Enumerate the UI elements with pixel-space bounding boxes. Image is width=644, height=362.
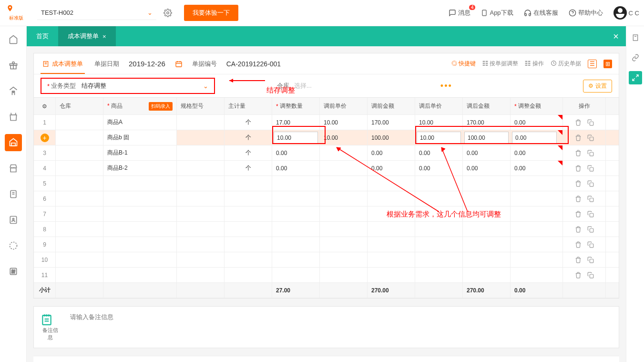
- cell-adj-amt[interactable]: 0.00: [511, 145, 563, 160]
- cell-warehouse[interactable]: [56, 115, 103, 130]
- close-icon[interactable]: ×: [102, 33, 106, 40]
- settings-button[interactable]: ⚙ 设置: [583, 80, 612, 93]
- cell-product[interactable]: 商品b 固: [103, 130, 177, 145]
- remark-input[interactable]: [70, 313, 612, 321]
- calendar-icon[interactable]: [175, 60, 183, 68]
- delete-icon[interactable]: [575, 211, 582, 217]
- table-row[interactable]: 11: [34, 268, 619, 283]
- cell-warehouse[interactable]: [56, 176, 103, 191]
- cell-product[interactable]: [103, 191, 177, 206]
- add-row-icon[interactable]: +: [41, 134, 49, 142]
- cell-warehouse[interactable]: [56, 191, 103, 206]
- gear-icon[interactable]: [164, 9, 172, 17]
- cell-warehouse[interactable]: [56, 268, 103, 282]
- cell-warehouse[interactable]: [56, 161, 103, 176]
- cell-adj-amt[interactable]: [511, 191, 563, 206]
- cell-adj-qty[interactable]: 0.00: [272, 161, 320, 176]
- cell-product[interactable]: [103, 207, 177, 221]
- by-doc-adjust-link[interactable]: ☷ 按单据调整: [482, 60, 518, 68]
- cell-spec[interactable]: [177, 191, 225, 206]
- cell-after-amt[interactable]: [463, 237, 511, 252]
- cell-after-amt[interactable]: [463, 252, 511, 267]
- cell-after-amt[interactable]: 100.00: [463, 130, 511, 145]
- cell-after-amt[interactable]: [463, 268, 511, 282]
- cell-adj-amt[interactable]: 0.00: [511, 115, 563, 130]
- cell-after-amt[interactable]: 170.00: [463, 115, 511, 130]
- cell-adj-qty[interactable]: [272, 268, 320, 282]
- cell-adj-amt[interactable]: [511, 252, 563, 267]
- cell-after-amt[interactable]: [463, 222, 511, 237]
- cell-spec[interactable]: [177, 130, 225, 145]
- cell-adj-qty[interactable]: [272, 176, 320, 191]
- table-row[interactable]: 4商品B-2个0.000.000.000.000.00: [34, 161, 619, 176]
- date-value[interactable]: 2019-12-26: [129, 60, 165, 68]
- cell-product[interactable]: 商品B-1: [103, 145, 177, 160]
- delete-icon[interactable]: [575, 150, 582, 156]
- cell-adj-amt[interactable]: [511, 237, 563, 252]
- delete-icon[interactable]: [575, 180, 582, 187]
- cell-product[interactable]: [103, 237, 177, 252]
- shortcut-link[interactable]: ◎ 快捷键: [451, 60, 476, 68]
- cell-adj-amt[interactable]: 0.00: [511, 130, 563, 145]
- header-gear-icon[interactable]: ⚙: [34, 98, 56, 114]
- table-row[interactable]: +商品b 固个10.0010.00100.0010.00100.000.00: [34, 130, 619, 145]
- business-type-selector[interactable]: * 业务类型 结存调整 ⌄: [41, 78, 215, 94]
- cell-product[interactable]: 商品A: [103, 115, 177, 130]
- cell-adj-qty[interactable]: [272, 222, 320, 237]
- tab-cost-adjust[interactable]: 成本调整单 ×: [58, 26, 116, 46]
- table-row[interactable]: 8: [34, 222, 619, 237]
- table-row[interactable]: 6: [34, 191, 619, 207]
- view-list-icon[interactable]: ☰: [588, 60, 597, 68]
- copy-icon[interactable]: [587, 226, 594, 233]
- nav-warehouse-icon[interactable]: [5, 134, 22, 151]
- table-row[interactable]: 5: [34, 176, 619, 191]
- cell-adj-qty[interactable]: [272, 252, 320, 267]
- table-row[interactable]: 3商品B-1个0.000.000.000.000.00: [34, 145, 619, 161]
- nav-clipboard-icon[interactable]: [5, 186, 22, 203]
- history-link[interactable]: 历史单据: [551, 60, 581, 68]
- cell-adj-amt[interactable]: [511, 207, 563, 221]
- table-row[interactable]: 7: [34, 207, 619, 222]
- nav-user-doc-icon[interactable]: [5, 211, 22, 228]
- table-row[interactable]: 10: [34, 252, 619, 268]
- tabs-close-all-icon[interactable]: ×: [606, 31, 626, 42]
- copy-icon[interactable]: [587, 241, 594, 248]
- nav-upload-icon[interactable]: [5, 83, 22, 100]
- cell-after-price[interactable]: [415, 252, 463, 267]
- cell-adj-amt[interactable]: 0.00: [511, 161, 563, 176]
- rail-link-icon[interactable]: [629, 51, 642, 64]
- app-download-link[interactable]: App下载: [481, 9, 513, 17]
- cell-spec[interactable]: [177, 268, 225, 282]
- cell-adj-amt[interactable]: [511, 268, 563, 282]
- cell-warehouse[interactable]: [56, 222, 103, 237]
- cell-spec[interactable]: [177, 252, 225, 267]
- scan-input-button[interactable]: 扫码录入: [149, 102, 173, 111]
- user-menu[interactable]: C C: [613, 6, 639, 20]
- cell-warehouse[interactable]: [56, 130, 103, 145]
- cell-spec[interactable]: [177, 115, 225, 130]
- cell-warehouse[interactable]: [56, 237, 103, 252]
- cell-after-price[interactable]: [415, 237, 463, 252]
- cell-product[interactable]: 商品B-2: [103, 161, 177, 176]
- rail-expand-icon[interactable]: [629, 71, 642, 84]
- copy-icon[interactable]: [587, 272, 594, 279]
- cell-spec[interactable]: [177, 145, 225, 160]
- nav-money-icon[interactable]: [5, 160, 22, 177]
- cell-product[interactable]: [103, 222, 177, 237]
- cell-adj-qty[interactable]: [272, 191, 320, 206]
- support-link[interactable]: 在线客服: [524, 9, 558, 17]
- experience-button[interactable]: 我要体验一下: [184, 5, 238, 21]
- copy-icon[interactable]: [587, 134, 594, 141]
- copy-icon[interactable]: [587, 165, 594, 172]
- cell-warehouse[interactable]: [56, 145, 103, 160]
- cell-spec[interactable]: [177, 222, 225, 237]
- copy-icon[interactable]: [587, 211, 594, 217]
- cell-after-price[interactable]: 10.00: [415, 115, 463, 130]
- view-grid-icon[interactable]: ⊞: [603, 60, 612, 68]
- nav-shop-icon[interactable]: [5, 108, 22, 125]
- delete-icon[interactable]: [575, 272, 582, 279]
- copy-icon[interactable]: [587, 180, 594, 187]
- table-row[interactable]: 9: [34, 237, 619, 252]
- delete-icon[interactable]: [575, 226, 582, 233]
- cell-adj-qty[interactable]: 0.00: [272, 145, 320, 160]
